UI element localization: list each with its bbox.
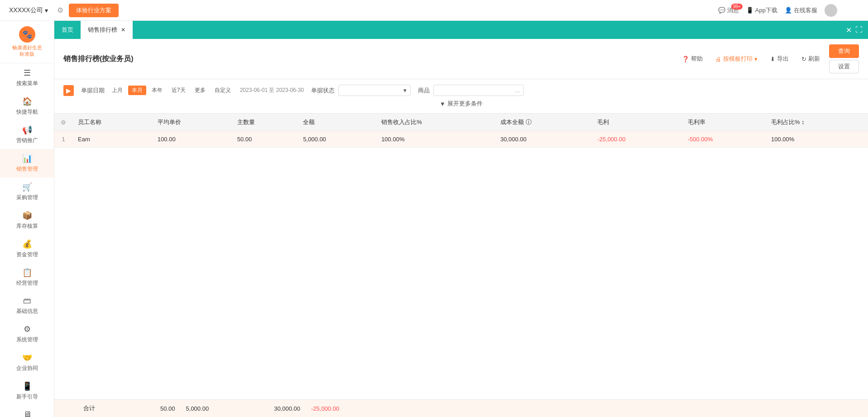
col-cost: 成本全额 ⓘ [495, 114, 592, 131]
beginner-guide-icon: 📱 [22, 381, 32, 391]
col-employee: 员工名称 [72, 114, 152, 131]
date-filter-label: 单据日期 [81, 86, 105, 95]
goods-input[interactable]: ... [433, 85, 524, 96]
sidebar-logo: 🐾 畅康通好生意标准版 [0, 21, 54, 63]
logo-icon: 🐾 [22, 29, 32, 39]
col-settings[interactable]: ⚙ [54, 114, 72, 131]
sidebar-item-finance[interactable]: 💰 资金管理 [0, 235, 54, 263]
page-actions: ❓ 帮助 🖨 按模板打印 ▾ ⬇ 导出 ↻ 刷新 [678, 44, 859, 73]
tab-bar: 首页 销售排行榜 ✕ ✕ ⛶ [54, 21, 868, 39]
inventory-icon: 📦 [22, 211, 32, 220]
export-button[interactable]: ⬇ 导出 [767, 53, 792, 65]
footer-cost: 30,000.00 [269, 405, 306, 412]
date-filter: 单据日期 上月 本月 本年 近7天 更多 自定义 2023-06-01 至 20… [81, 86, 304, 95]
sidebar-item-purchase[interactable]: 🛒 采购管理 [0, 177, 54, 206]
filter-collapse-icon[interactable]: ▶ [63, 85, 74, 96]
refresh-icon: ↻ [801, 56, 806, 62]
table-row: 1 Eam 100.00 50.00 5,000.00 100.00% 30,0… [54, 131, 868, 148]
footer-main-qty: 50.00 [155, 405, 181, 412]
sidebar-item-basic-info[interactable]: 🗃 基础信息 [0, 292, 54, 320]
help-button[interactable]: ❓ 帮助 [678, 53, 706, 65]
cell-gross-pct: 100.00% [766, 131, 868, 148]
cell-amount: 5,000.00 [297, 131, 376, 148]
header-gear-icon[interactable]: ⚙ [55, 4, 65, 16]
avatar[interactable] [825, 4, 837, 17]
date-btn-last-month[interactable]: 上月 [108, 86, 126, 95]
sidebar-item-beginner-guide[interactable]: 📱 新手引导 [0, 377, 54, 405]
sidebar-item-label: 资金管理 [16, 251, 38, 259]
purchase-icon: 🛒 [22, 182, 32, 192]
status-filter-label: 单据状态 [311, 86, 335, 95]
footer-gross-profit: -25,000.00 [306, 405, 345, 412]
sidebar-item-label: 搜索菜单 [16, 80, 38, 87]
refresh-button[interactable]: ↻ 刷新 [798, 53, 824, 65]
sidebar-item-label: 营销推广 [16, 137, 38, 144]
sidebar-item-inventory[interactable]: 📦 库存核算 [0, 206, 54, 235]
enterprise-collab-icon: 🤝 [22, 353, 32, 363]
print-button[interactable]: 🖨 按模板打印 ▾ [712, 53, 761, 65]
company-name: XXXXX公司 [9, 6, 43, 14]
try-industry-button[interactable]: 体验行业方案 [69, 4, 119, 17]
date-range-buttons: 上月 本月 本年 近7天 更多 自定义 [108, 86, 235, 95]
app-download-icon: 📱 [746, 7, 753, 14]
table-settings-icon[interactable]: ⚙ [61, 119, 66, 126]
goods-filter: 商品 ... [418, 85, 524, 96]
sidebar-item-quick-nav[interactable]: 🏠 快捷导航 [0, 92, 54, 120]
expand-more-btn[interactable]: ▼ 展开更多条件 [440, 100, 483, 108]
app-download-button[interactable]: 📱 App下载 [746, 6, 777, 14]
sidebar-item-enterprise-collab[interactable]: 🤝 企业协同 [0, 348, 54, 377]
tab-home[interactable]: 首页 [54, 21, 81, 39]
sidebar-item-system[interactable]: ⚙ 系统管理 [0, 320, 54, 348]
window-close-icon[interactable]: ✕ [846, 26, 852, 34]
settings-button[interactable]: 设置 [829, 60, 859, 73]
refresh-label: 刷新 [808, 55, 820, 63]
sidebar-item-label: 快捷导航 [16, 108, 38, 116]
cell-avg-price: 100.00 [152, 131, 232, 148]
date-btn-more[interactable]: 更多 [191, 86, 209, 95]
query-button[interactable]: 查询 [829, 44, 859, 58]
cell-gross-profit: -25,000.00 [592, 131, 682, 148]
message-button[interactable]: 💬 消息 99+ [718, 6, 739, 14]
sidebar-item-label: 新手引导 [16, 393, 38, 401]
status-filter: 单据状态 ▾ [311, 85, 411, 96]
content-area: 首页 销售排行榜 ✕ ✕ ⛶ 销售排行榜(按业务员) ❓ 帮助 [54, 21, 868, 417]
company-dropdown-icon: ▾ [45, 7, 48, 14]
logo-text: 畅康通好生意标准版 [12, 44, 42, 58]
system-icon: ⚙ [24, 324, 31, 334]
finance-icon: 💰 [22, 239, 32, 249]
filter-row: ▶ 单据日期 上月 本月 本年 近7天 更多 自定义 2023-06-01 至 … [63, 85, 859, 96]
date-btn-custom[interactable]: 自定义 [211, 86, 235, 95]
company-selector[interactable]: XXXXX公司 ▾ [5, 5, 52, 16]
operations-icon: 📋 [22, 268, 32, 278]
tab-close-icon[interactable]: ✕ [121, 27, 125, 33]
app-center-icon: 🖥 [23, 410, 31, 417]
online-service-button[interactable]: 👤 在线客服 [785, 6, 817, 14]
date-btn-this-month[interactable]: 本月 [128, 86, 146, 95]
col-sales-pct: 销售收入占比% [376, 114, 495, 131]
page-title: 销售排行榜(按业务员) [63, 54, 678, 64]
sidebar-item-sales[interactable]: 📊 销售管理 [0, 149, 54, 177]
logo-image: 🐾 [19, 26, 35, 43]
data-table: ⚙ 员工名称 平均单价 主数量 全额 销售收入占比% 成本全额 ⓘ 毛利 毛利率… [54, 114, 868, 148]
date-btn-7days[interactable]: 近7天 [168, 86, 189, 95]
window-maximize-icon[interactable]: ⛶ [855, 26, 863, 34]
print-label: 按模板打印 [723, 55, 753, 63]
filter-area: ▶ 单据日期 上月 本月 本年 近7天 更多 自定义 2023-06-01 至 … [54, 79, 868, 114]
table-area: ⚙ 员工名称 平均单价 主数量 全额 销售收入占比% 成本全额 ⓘ 毛利 毛利率… [54, 114, 868, 399]
expand-label: 展开更多条件 [447, 100, 483, 108]
tab-sales-ranking[interactable]: 销售排行榜 ✕ [81, 21, 133, 39]
sidebar-item-label: 采购管理 [16, 194, 38, 201]
cell-gross-rate: -500.00% [682, 131, 766, 148]
date-btn-this-year[interactable]: 本年 [148, 86, 166, 95]
search-order-icon: ☰ [24, 68, 31, 78]
sidebar-item-operations[interactable]: 📋 经营管理 [0, 263, 54, 292]
status-select[interactable]: ▾ [338, 85, 411, 96]
sidebar-item-marketing[interactable]: 📢 营销推广 [0, 120, 54, 149]
export-icon: ⬇ [770, 56, 775, 62]
sidebar: 🐾 畅康通好生意标准版 ☰ 搜索菜单 🏠 快捷导航 📢 营销推广 📊 销售管理 … [0, 21, 54, 417]
sidebar-item-label: 经营管理 [16, 279, 38, 287]
sidebar-item-app-center[interactable]: 🖥 应用中心 [0, 405, 54, 417]
sidebar-item-label: 企业协同 [16, 364, 38, 372]
col-avg-price: 平均单价 [152, 114, 232, 131]
sidebar-item-search-order[interactable]: ☰ 搜索菜单 [0, 63, 54, 92]
